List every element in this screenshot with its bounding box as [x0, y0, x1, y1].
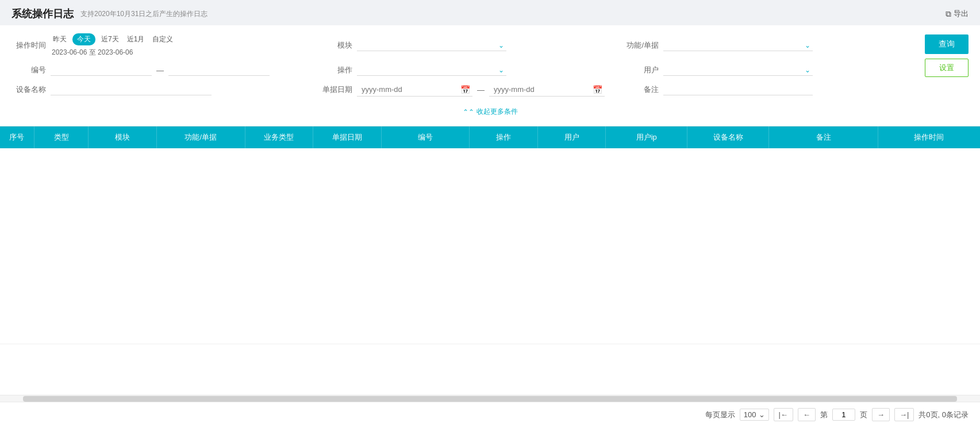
time-btn-today[interactable]: 今天 [72, 33, 95, 45]
time-btn-7days[interactable]: 近7天 [99, 34, 121, 45]
export-label: 导出 [954, 9, 969, 19]
next-page-button[interactable]: → [872, 408, 890, 421]
page-size-label: 每页显示 [705, 410, 735, 420]
collapse-icon: ⌃⌃ [463, 108, 474, 116]
time-btn-1month[interactable]: 近1月 [125, 34, 147, 45]
function-label: 功能/单据 [624, 40, 659, 51]
prev-page-button[interactable]: ← [798, 408, 816, 421]
operation-dropdown-icon: ⌄ [498, 66, 504, 74]
voucher-date-end-icon[interactable]: 📅 [593, 85, 602, 94]
col-type: 类型 [34, 126, 89, 148]
col-remark: 备注 [769, 126, 878, 148]
col-device: 设备名称 [687, 126, 769, 148]
operation-time-label: 操作时间 [11, 40, 46, 51]
user-select-value [666, 66, 805, 74]
remark-label: 备注 [624, 84, 659, 95]
module-label: 模块 [318, 40, 352, 51]
time-btn-yesterday[interactable]: 昨天 [51, 34, 69, 45]
page-size-select[interactable]: 100 ⌄ [740, 409, 769, 421]
collapse-label: 收起更多条件 [476, 107, 518, 117]
query-button[interactable]: 查询 [925, 34, 969, 54]
number-input-start[interactable] [51, 64, 152, 76]
collapse-bar[interactable]: ⌃⌃ 收起更多条件 [11, 103, 969, 120]
scrollbar-thumb[interactable] [23, 396, 957, 402]
function-select-value [666, 41, 805, 49]
export-icon: ⧉ [946, 9, 951, 19]
col-index: 序号 [0, 126, 34, 148]
voucher-date-start-icon[interactable]: 📅 [460, 85, 470, 94]
time-btn-custom[interactable]: 自定义 [150, 34, 175, 45]
voucher-date-dash: — [477, 86, 485, 94]
page-subtitle: 支持2020年10月31日之后产生的操作日志 [80, 9, 207, 19]
horizontal-scrollbar[interactable] [0, 395, 980, 402]
col-business-type: 业务类型 [245, 126, 313, 148]
settings-button[interactable]: 设置 [925, 59, 969, 77]
page-unit: 页 [860, 410, 867, 420]
device-label: 设备名称 [11, 84, 46, 95]
time-range-display: 2023-06-06 至 2023-06-06 [52, 48, 175, 57]
voucher-date-label: 单据日期 [318, 84, 352, 95]
col-user-ip: 用户ip [606, 126, 687, 148]
operation-select[interactable]: ⌄ [357, 64, 506, 76]
function-select[interactable]: ⌄ [663, 40, 813, 51]
module-select-value [359, 41, 498, 49]
total-info: 共0页, 0条记录 [918, 410, 969, 420]
number-label: 编号 [11, 65, 46, 75]
user-select[interactable]: ⌄ [663, 64, 813, 76]
first-page-button[interactable]: |← [774, 408, 793, 421]
module-dropdown-icon: ⌄ [498, 41, 504, 49]
col-module: 模块 [89, 126, 156, 148]
remark-input[interactable] [663, 84, 813, 95]
table-header-row: 序号 类型 模块 功能/单据 业务类型 单据日期 编号 操作 用户 用户ip 设… [0, 126, 980, 148]
operation-label: 操作 [318, 65, 352, 75]
col-function: 功能/单据 [156, 126, 245, 148]
page-size-value: 100 [744, 410, 756, 419]
voucher-date-start[interactable] [359, 84, 460, 95]
col-operation: 操作 [470, 126, 537, 148]
function-dropdown-icon: ⌄ [805, 41, 810, 49]
empty-cell [0, 148, 980, 344]
pagination-bar: 每页显示 100 ⌄ |← ← 第 页 → →| 共0页, 0条记录 [0, 402, 980, 427]
module-select[interactable]: ⌄ [357, 40, 506, 51]
page-title: 系统操作日志 [11, 7, 74, 21]
page-number-input[interactable] [832, 409, 855, 421]
page-label: 第 [820, 410, 828, 420]
operation-select-value [359, 66, 498, 74]
col-user: 用户 [537, 126, 605, 148]
number-dash: — [156, 66, 164, 75]
col-operation-time: 操作时间 [878, 126, 980, 148]
col-voucher-date: 单据日期 [313, 126, 381, 148]
device-input[interactable] [51, 84, 212, 95]
col-number: 编号 [381, 126, 470, 148]
last-page-button[interactable]: →| [894, 408, 914, 421]
voucher-date-end[interactable] [491, 84, 593, 95]
export-button[interactable]: ⧉ 导出 [946, 9, 969, 19]
number-input-end[interactable] [168, 64, 270, 76]
user-dropdown-icon: ⌄ [805, 66, 810, 74]
user-label: 用户 [624, 65, 659, 75]
page-size-arrow: ⌄ [759, 410, 765, 419]
